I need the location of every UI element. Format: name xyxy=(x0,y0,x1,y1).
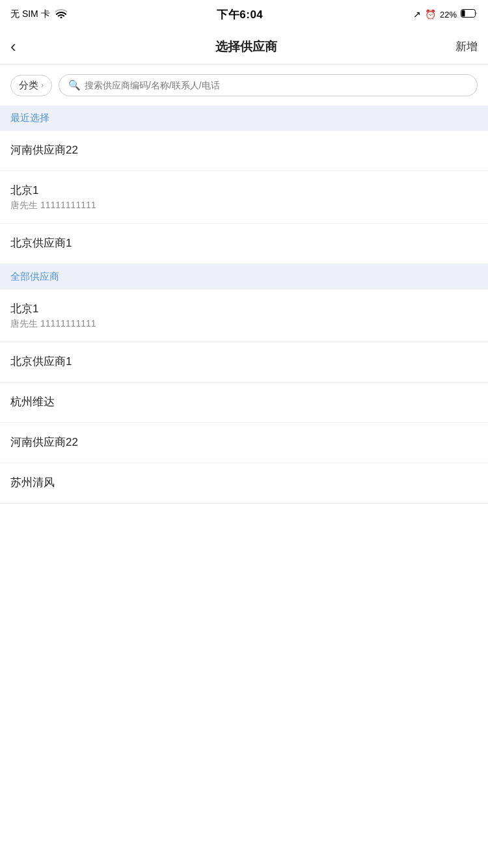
category-button[interactable]: 分类 › xyxy=(10,75,52,96)
item-name: 北京1 xyxy=(10,183,478,198)
battery-label: 22% xyxy=(440,10,457,20)
search-icon: 🔍 xyxy=(68,79,81,91)
page-title: 选择供应商 xyxy=(215,38,277,55)
all-section-header: 全部供应商 xyxy=(0,264,488,290)
list-item[interactable]: 河南供应商22 xyxy=(0,423,488,463)
chevron-right-icon: › xyxy=(41,81,44,90)
all-section-label: 全部供应商 xyxy=(10,271,59,282)
item-name: 北京供应商1 xyxy=(10,354,478,369)
location-icon: ↗ xyxy=(413,9,421,20)
back-button[interactable]: ‹ xyxy=(10,36,36,57)
alarm-icon: ⏰ xyxy=(425,9,436,20)
all-list: 北京1 唐先生 11111111111 北京供应商1 杭州维达 河南供应商22 … xyxy=(0,290,488,504)
item-name: 河南供应商22 xyxy=(10,142,478,157)
status-time: 下午6:04 xyxy=(217,7,263,22)
recent-section-header: 最近选择 xyxy=(0,105,488,131)
item-sub: 唐先生 11111111111 xyxy=(10,200,478,211)
item-name: 河南供应商22 xyxy=(10,435,478,450)
svg-rect-1 xyxy=(461,10,465,17)
recent-list: 河南供应商22 北京1 唐先生 11111111111 北京供应商1 xyxy=(0,131,488,264)
list-item[interactable]: 杭州维达 xyxy=(0,383,488,423)
item-name: 北京1 xyxy=(10,301,478,316)
recent-section-label: 最近选择 xyxy=(10,112,49,123)
list-item[interactable]: 苏州清风 xyxy=(0,463,488,504)
no-sim-label: 无 SIM 卡 xyxy=(10,8,50,20)
wifi-icon xyxy=(55,9,67,20)
status-bar: 无 SIM 卡 下午6:04 ↗ ⏰ 22% xyxy=(0,0,488,29)
list-item[interactable]: 北京供应商1 xyxy=(0,224,488,264)
status-right: ↗ ⏰ 22% xyxy=(413,9,478,20)
item-name: 杭州维达 xyxy=(10,394,478,409)
search-input[interactable] xyxy=(85,80,468,90)
search-input-wrap[interactable]: 🔍 xyxy=(59,74,478,96)
list-item[interactable]: 北京1 唐先生 11111111111 xyxy=(0,171,488,224)
item-name: 苏州清风 xyxy=(10,475,478,490)
search-area: 分类 › 🔍 xyxy=(0,65,488,105)
item-name: 北京供应商1 xyxy=(10,236,478,251)
list-item[interactable]: 北京1 唐先生 11111111111 xyxy=(0,290,488,342)
category-label: 分类 xyxy=(19,79,38,92)
list-item[interactable]: 北京供应商1 xyxy=(0,342,488,383)
battery-icon xyxy=(461,9,478,20)
add-button[interactable]: 新增 xyxy=(455,39,478,54)
status-left: 无 SIM 卡 xyxy=(10,8,67,20)
nav-bar: ‹ 选择供应商 新增 xyxy=(0,29,488,65)
list-item[interactable]: 河南供应商22 xyxy=(0,131,488,171)
item-sub: 唐先生 11111111111 xyxy=(10,318,478,330)
